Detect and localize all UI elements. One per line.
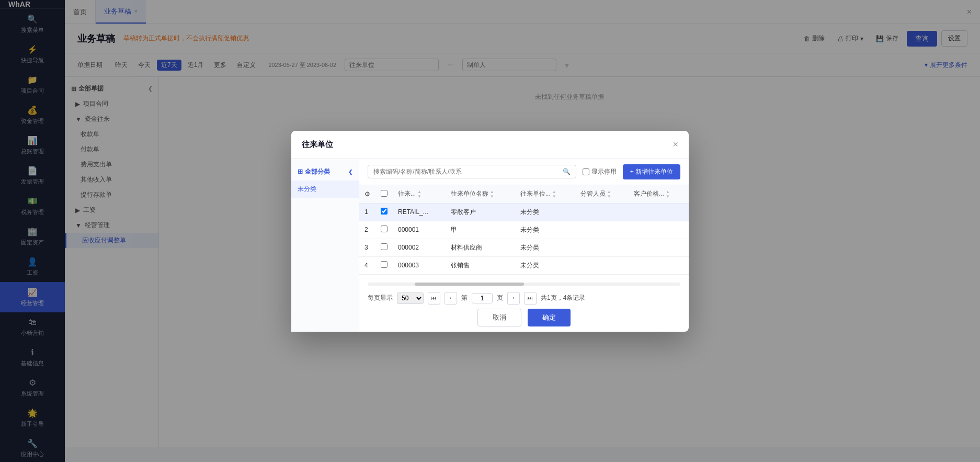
dialog-search-box[interactable]: 🔍 [368, 165, 576, 178]
row-select-checkbox[interactable] [381, 243, 388, 250]
last-page-button[interactable]: ⏭ [524, 292, 537, 305]
row-price [629, 256, 689, 274]
table-row[interactable]: 3 000002 材料供应商 未分类 [359, 239, 689, 256]
dialog-footer: 每页显示 50 100 200 ⏮ ‹ 第 页 › ⏭ 共1页，4条记 [359, 275, 689, 332]
per-page-label: 每页显示 [368, 294, 393, 302]
row-checkbox[interactable] [375, 203, 393, 221]
row-manager [575, 239, 629, 256]
sort-icons-price: ▲▼ [666, 189, 670, 199]
page-unit: 页 [497, 294, 503, 302]
pagination: 每页显示 50 100 200 ⏮ ‹ 第 页 › ⏭ 共1页，4条记 [368, 292, 680, 305]
dialog-sidebar: ⊞ 全部分类 ❮ 未分类 [291, 159, 359, 332]
show-disabled-checkbox[interactable] [583, 168, 589, 175]
col-config[interactable]: ⚙ [359, 185, 375, 204]
row-config: 4 [359, 256, 375, 274]
dialog-title: 往来单位 [302, 140, 333, 150]
total-label: 共1页，4条记录 [541, 294, 585, 302]
row-name: 零散客户 [446, 203, 515, 221]
row-manager [575, 203, 629, 221]
row-price [629, 239, 689, 256]
row-manager [575, 256, 629, 274]
scrollbar-thumb[interactable] [415, 283, 524, 286]
dialog-close-button[interactable]: × [673, 139, 678, 150]
dialog-actions: 取消 确定 [368, 309, 680, 326]
row-config: 3 [359, 239, 375, 256]
row-checkbox[interactable] [375, 221, 393, 239]
table-row[interactable]: 4 000003 张销售 未分类 [359, 256, 689, 274]
row-config: 2 [359, 221, 375, 239]
row-code: 000002 [393, 239, 446, 256]
row-code: 000001 [393, 221, 446, 239]
add-unit-button[interactable]: + 新增往来单位 [623, 164, 680, 179]
col-category-header[interactable]: 往来单位...▲▼ [515, 185, 575, 204]
table-row[interactable]: 2 000001 甲 未分类 [359, 221, 689, 239]
row-category: 未分类 [515, 239, 575, 256]
row-checkbox[interactable] [375, 256, 393, 274]
row-price [629, 221, 689, 239]
sort-icons: ▲▼ [417, 189, 421, 199]
show-disabled-checkbox-label[interactable]: 显示停用 [583, 167, 617, 176]
dialog-uncategorized[interactable]: 未分类 [291, 181, 359, 198]
row-category: 未分类 [515, 256, 575, 274]
row-config: 1 [359, 203, 375, 221]
row-name: 材料供应商 [446, 239, 515, 256]
col-price-header[interactable]: 客户价格...▲▼ [629, 185, 689, 204]
dialog-body: ⊞ 全部分类 ❮ 未分类 🔍 显示停用 [291, 159, 689, 332]
dialog-category-title: ⊞ 全部分类 ❮ [291, 163, 359, 181]
select-all-checkbox[interactable] [381, 190, 388, 197]
dialog-table: ⚙ 往来...▲▼ 往来单位名称▲▼ 往来单位...▲▼ 分管人员▲▼ 客户价格… [359, 185, 689, 275]
dialog: 往来单位 × ⊞ 全部分类 ❮ 未分类 [291, 131, 689, 332]
prev-page-button[interactable]: ‹ [445, 292, 457, 305]
row-select-checkbox[interactable] [381, 208, 388, 215]
row-select-checkbox[interactable] [381, 226, 388, 232]
dialog-toolbar: 🔍 显示停用 + 新增往来单位 [359, 159, 689, 185]
row-price [629, 203, 689, 221]
page-input[interactable] [472, 293, 493, 303]
row-category: 未分类 [515, 203, 575, 221]
sort-icons-mgr: ▲▼ [607, 189, 611, 199]
sort-icons-cat: ▲▼ [552, 189, 556, 199]
dialog-header: 往来单位 × [291, 131, 689, 159]
page-label: 第 [461, 294, 468, 302]
next-page-button[interactable]: › [507, 292, 520, 305]
col-checkbox[interactable] [375, 185, 393, 204]
confirm-button[interactable]: 确定 [528, 309, 571, 326]
grid-icon: ⊞ [298, 168, 303, 175]
dialog-search-input[interactable] [373, 168, 560, 175]
col-name-header[interactable]: 往来单位名称▲▼ [446, 185, 515, 204]
dialog-overlay[interactable]: 往来单位 × ⊞ 全部分类 ❮ 未分类 [0, 0, 980, 462]
row-code: RETAIL_... [393, 203, 446, 221]
row-checkbox[interactable] [375, 239, 393, 256]
units-table: ⚙ 往来...▲▼ 往来单位名称▲▼ 往来单位...▲▼ 分管人员▲▼ 客户价格… [359, 185, 689, 275]
first-page-button[interactable]: ⏮ [428, 292, 440, 305]
row-category: 未分类 [515, 221, 575, 239]
chevron-left-icon: ❮ [348, 169, 352, 175]
row-code: 000003 [393, 256, 446, 274]
table-header-row: ⚙ 往来...▲▼ 往来单位名称▲▼ 往来单位...▲▼ 分管人员▲▼ 客户价格… [359, 185, 689, 204]
search-icon: 🔍 [563, 168, 571, 175]
col-code-header[interactable]: 往来...▲▼ [393, 185, 446, 204]
row-name: 甲 [446, 221, 515, 239]
cancel-button[interactable]: 取消 [477, 309, 521, 326]
scrollbar-track[interactable] [368, 283, 680, 286]
col-manager-header[interactable]: 分管人员▲▼ [575, 185, 629, 204]
sort-icons-name: ▲▼ [490, 189, 494, 199]
dialog-content: 🔍 显示停用 + 新增往来单位 ⚙ [359, 159, 689, 332]
table-row[interactable]: 1 RETAIL_... 零散客户 未分类 [359, 203, 689, 221]
row-name: 张销售 [446, 256, 515, 274]
row-select-checkbox[interactable] [381, 261, 388, 268]
row-manager [575, 221, 629, 239]
per-page-select[interactable]: 50 100 200 [397, 292, 424, 304]
